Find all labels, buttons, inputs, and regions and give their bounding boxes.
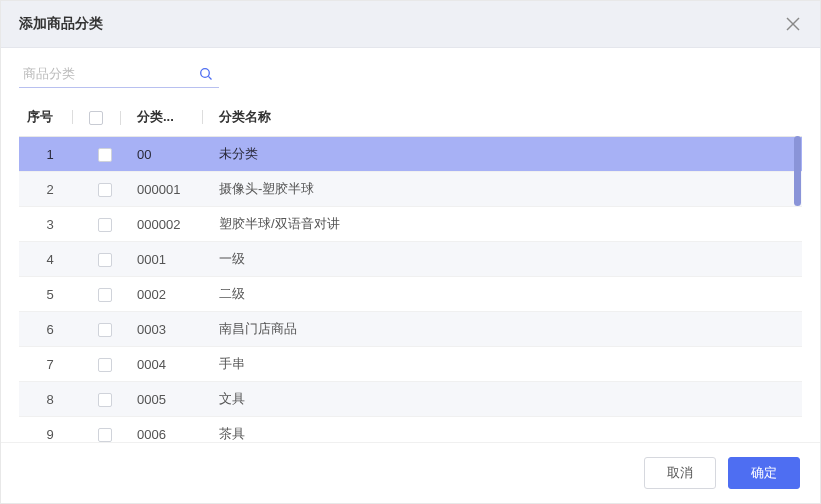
cell-index: 1 <box>19 137 81 172</box>
th-divider <box>120 111 121 125</box>
search-bar <box>19 60 802 88</box>
modal-title: 添加商品分类 <box>19 15 103 33</box>
cell-checkbox <box>81 382 129 417</box>
th-index: 序号 <box>19 98 81 137</box>
cell-code: 0001 <box>129 242 211 277</box>
search-icon <box>199 67 213 81</box>
cell-checkbox <box>81 207 129 242</box>
modal-footer: 取消 确定 <box>1 442 820 503</box>
table-row[interactable]: 50002二级 <box>19 277 802 312</box>
cell-index: 8 <box>19 382 81 417</box>
select-all-checkbox[interactable] <box>89 111 103 125</box>
th-code: 分类... <box>129 98 211 137</box>
scrollbar-track[interactable] <box>792 136 802 442</box>
row-checkbox[interactable] <box>98 218 112 232</box>
scrollbar-thumb[interactable] <box>794 136 801 206</box>
cell-name: 塑胶半球/双语音对讲 <box>211 207 802 242</box>
cell-name: 一级 <box>211 242 802 277</box>
cell-code: 0002 <box>129 277 211 312</box>
cell-checkbox <box>81 277 129 312</box>
cell-code: 00 <box>129 137 211 172</box>
row-checkbox[interactable] <box>98 428 112 442</box>
table-row[interactable]: 3000002塑胶半球/双语音对讲 <box>19 207 802 242</box>
cell-name: 摄像头-塑胶半球 <box>211 172 802 207</box>
table-row[interactable]: 40001一级 <box>19 242 802 277</box>
search-input[interactable] <box>19 60 219 88</box>
cancel-button[interactable]: 取消 <box>644 457 716 489</box>
row-checkbox[interactable] <box>98 393 112 407</box>
svg-line-3 <box>208 76 211 79</box>
row-checkbox[interactable] <box>98 288 112 302</box>
category-table: 序号 分类... 分 <box>19 98 802 442</box>
table-container: 序号 分类... 分 <box>19 98 802 442</box>
table-row[interactable]: 90006茶具 <box>19 417 802 443</box>
cell-index: 6 <box>19 312 81 347</box>
cell-name: 文具 <box>211 382 802 417</box>
cell-code: 0004 <box>129 347 211 382</box>
close-icon <box>786 17 800 31</box>
cell-checkbox <box>81 417 129 443</box>
table-scroll[interactable]: 序号 分类... 分 <box>19 98 802 442</box>
cell-checkbox <box>81 137 129 172</box>
cell-code: 000001 <box>129 172 211 207</box>
row-checkbox[interactable] <box>98 183 112 197</box>
search-button[interactable] <box>197 65 215 83</box>
cell-name: 南昌门店商品 <box>211 312 802 347</box>
cell-code: 0003 <box>129 312 211 347</box>
cell-checkbox <box>81 172 129 207</box>
cell-index: 3 <box>19 207 81 242</box>
cell-name: 茶具 <box>211 417 802 443</box>
th-code-label: 分类... <box>137 109 174 124</box>
cell-name: 未分类 <box>211 137 802 172</box>
cell-name: 手串 <box>211 347 802 382</box>
cell-code: 000002 <box>129 207 211 242</box>
row-checkbox[interactable] <box>98 148 112 162</box>
cell-index: 2 <box>19 172 81 207</box>
cell-code: 0005 <box>129 382 211 417</box>
cell-checkbox <box>81 347 129 382</box>
table-row[interactable]: 80005文具 <box>19 382 802 417</box>
modal-dialog: 添加商品分类 <box>0 0 821 504</box>
confirm-button[interactable]: 确定 <box>728 457 800 489</box>
table-row[interactable]: 2000001摄像头-塑胶半球 <box>19 172 802 207</box>
th-divider <box>72 110 73 124</box>
th-checkbox <box>81 98 129 137</box>
row-checkbox[interactable] <box>98 253 112 267</box>
cell-code: 0006 <box>129 417 211 443</box>
table-row[interactable]: 70004手串 <box>19 347 802 382</box>
svg-point-2 <box>201 69 210 78</box>
modal-body: 序号 分类... 分 <box>1 48 820 442</box>
cell-index: 7 <box>19 347 81 382</box>
th-name-label: 分类名称 <box>219 109 271 124</box>
cell-checkbox <box>81 312 129 347</box>
cell-checkbox <box>81 242 129 277</box>
row-checkbox[interactable] <box>98 358 112 372</box>
cell-index: 4 <box>19 242 81 277</box>
row-checkbox[interactable] <box>98 323 112 337</box>
cell-name: 二级 <box>211 277 802 312</box>
modal-header: 添加商品分类 <box>1 1 820 48</box>
cell-index: 5 <box>19 277 81 312</box>
table-row[interactable]: 60003南昌门店商品 <box>19 312 802 347</box>
close-button[interactable] <box>784 15 802 33</box>
th-index-label: 序号 <box>27 109 53 124</box>
cell-index: 9 <box>19 417 81 443</box>
th-divider <box>202 110 203 124</box>
table-row[interactable]: 100未分类 <box>19 137 802 172</box>
th-name: 分类名称 <box>211 98 802 137</box>
